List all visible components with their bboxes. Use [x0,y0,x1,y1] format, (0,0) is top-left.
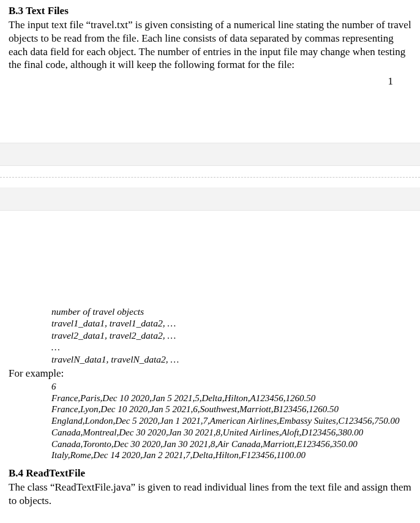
format-line: number of travel objects [51,306,411,317]
format-line: travel2_data1, travel2_data2, … [51,329,411,341]
page-gap-band-bottom [0,187,420,211]
for-example-label: For example: [9,367,411,380]
page-gap-band-top [0,143,420,166]
format-line: travelN_data1, travelN_data2, … [51,353,411,365]
example-count: 6 [51,381,411,393]
example-row: Canada,Montreal,Dec 30 2020,Jan 30 2021,… [51,427,411,438]
example-data-block: 6 France,Paris,Dec 10 2020,Jan 5 2021,5,… [51,381,411,461]
section-b3-paragraph: The input text file “travel.txt” is give… [9,18,411,72]
section-b4-paragraph: The class “ReadTextFile.java” is given t… [9,481,411,508]
example-row: Italy,Rome,Dec 14 2020,Jan 2 2021,7,Delt… [51,450,411,461]
format-line: … [51,341,411,353]
example-row: Canada,Toronto,Dec 30 2020,Jan 30 2021,8… [51,438,411,450]
section-heading-b3: B.3 Text Files [9,5,411,17]
example-row: France,Paris,Dec 10 2020,Jan 5 2021,5,De… [51,393,411,404]
page-separator-dashed [0,177,420,178]
format-line: travel1_data1, travel1_data2, … [51,317,411,329]
page-number: 1 [9,75,411,88]
example-row: England,London,Dec 5 2020,Jan 1 2021,7,A… [51,415,411,427]
example-row: France,Lyon,Dec 10 2020,Jan 5 2021,6,Sou… [51,404,411,415]
file-format-spec: number of travel objects travel1_data1, … [51,306,411,365]
section-heading-b4: B.4 ReadTextFile [9,467,411,480]
